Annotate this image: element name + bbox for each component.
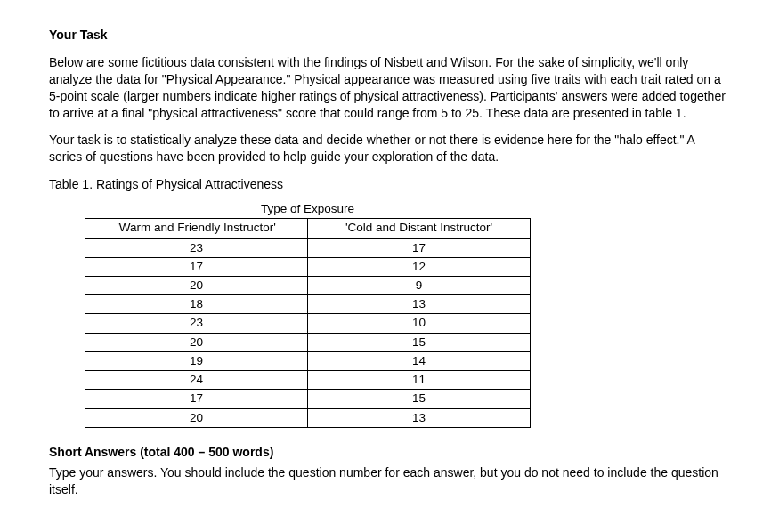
table-cell: 23: [85, 314, 308, 333]
table-cell: 24: [85, 371, 308, 390]
table-row: 2013: [85, 408, 531, 427]
short-answers-heading: Short Answers (total 400 – 500 words): [49, 444, 730, 461]
table-col2-header: 'Cold and Distant Instructor': [308, 219, 531, 238]
table-cell: 20: [85, 277, 308, 295]
table-row: 1712: [85, 257, 531, 276]
table-row: 1715: [85, 390, 531, 408]
table-cell: 19: [85, 351, 308, 370]
intro-paragraph-2: Your task is to statistically analyze th…: [49, 132, 730, 165]
table-cell: 14: [308, 351, 531, 370]
table-cell: 23: [85, 238, 308, 258]
table-cell: 15: [308, 390, 531, 408]
table-cell: 10: [308, 314, 531, 333]
table-row: 1914: [85, 351, 531, 370]
table-cell: 17: [85, 390, 308, 408]
table-cell: 20: [85, 333, 308, 351]
table-row: 2310: [85, 314, 531, 333]
table-row: 2317: [85, 238, 531, 258]
short-answers-instruction: Type your answers. You should include th…: [49, 464, 730, 498]
table-cell: 15: [308, 333, 531, 351]
intro-paragraph-1: Below are some fictitious data consisten…: [49, 54, 730, 122]
table-cell: 18: [85, 295, 308, 314]
table-cell: 17: [308, 238, 531, 258]
table-row: 209: [85, 277, 531, 295]
section-title: Your Task: [49, 27, 730, 44]
table-cell: 20: [85, 408, 308, 427]
table-row: 1813: [85, 295, 531, 314]
table-row: 2015: [85, 333, 531, 351]
attractiveness-table: Type of Exposure 'Warm and Friendly Inst…: [85, 200, 531, 428]
table-body: 2317 1712 209 1813 2310 2015 1914 2411 1…: [85, 238, 531, 428]
table-cell: 13: [308, 408, 531, 427]
table-cell: 9: [308, 277, 531, 295]
table-cell: 17: [85, 257, 308, 276]
table-col1-header: 'Warm and Friendly Instructor': [85, 219, 308, 238]
table-super-header: Type of Exposure: [85, 200, 531, 219]
table-cell: 12: [308, 257, 531, 276]
table-row: 2411: [85, 371, 531, 390]
table-cell: 13: [308, 295, 531, 314]
table-cell: 11: [308, 371, 531, 390]
table-caption: Table 1. Ratings of Physical Attractiven…: [49, 176, 730, 193]
